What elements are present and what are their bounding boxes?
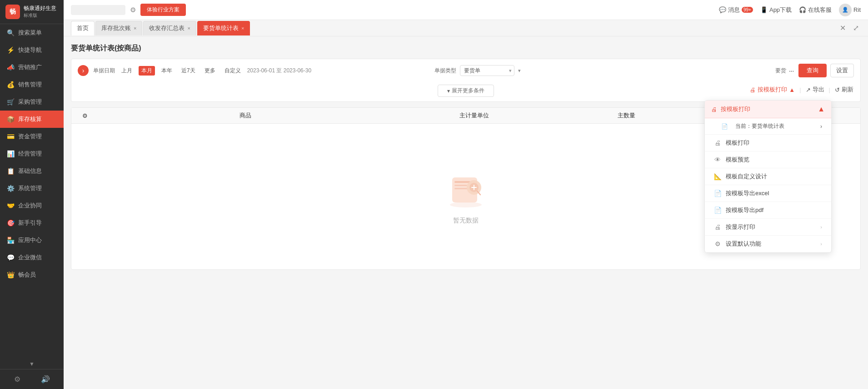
display-print-icon: 🖨 — [714, 223, 721, 231]
export-icon: ↗ — [806, 86, 811, 93]
topbar-right: 💬 消息 99+ 📱 App下载 🎧 在线客服 👤 Rit — [719, 4, 861, 16]
expand-more-button[interactable]: ▾ 展开更多条件 — [438, 85, 494, 97]
dropdown-item-default-settings[interactable]: ⚙ 设置默认功能 › — [705, 236, 831, 253]
filter-section-type: 单据类型 要货单 ▾ — [434, 65, 771, 76]
tab-expand-button[interactable]: ⤢ — [851, 23, 861, 33]
sidebar-nav: 🔍 搜索菜单 ⚡ 快捷导航 📣 营销推广 💰 销售管理 🛒 采购管理 📦 库存核… — [0, 24, 64, 359]
printer-icon-header: 🖨 — [711, 106, 717, 113]
sidebar-item-guide[interactable]: 🎯 新手引导 — [0, 214, 64, 232]
purchase-icon: 🛒 — [6, 98, 15, 106]
dropdown-current-item[interactable]: 📄 当前：要货单统计表 › — [705, 118, 831, 135]
sidebar-item-search[interactable]: 🔍 搜索菜单 — [0, 24, 64, 41]
date-btn-custom[interactable]: 自定义 — [222, 66, 244, 76]
svg-point-0 — [450, 202, 482, 207]
svg-rect-2 — [454, 181, 470, 183]
tab-order[interactable]: 要货单统计表 × — [197, 21, 250, 35]
dropdown-item-display-print[interactable]: 🖨 按显示打印 › — [705, 219, 831, 236]
sidebar-item-operation[interactable]: 📊 经营管理 — [0, 145, 64, 162]
template-custom-icon: 📐 — [714, 173, 721, 180]
print-template-button[interactable]: 🖨 按模板打印 ▲ — [750, 86, 795, 94]
inventory-icon: 📦 — [6, 116, 15, 123]
user-avatar-item[interactable]: 👤 Rit — [839, 4, 861, 16]
expand-more-icon: ▾ — [447, 88, 450, 94]
sidebar-item-inventory[interactable]: 📦 库存核算 — [0, 111, 64, 128]
sidebar-item-shortcut[interactable]: ⚡ 快捷导航 — [0, 41, 64, 59]
sidebar-item-sales[interactable]: 💰 销售管理 — [0, 76, 64, 93]
filter-dots: ··· — [789, 67, 794, 74]
print-dropdown-close-button[interactable]: ▲ — [818, 105, 825, 113]
template-print-icon: 🖨 — [714, 139, 721, 147]
dropdown-item-template-excel[interactable]: 📄 按模板导出excel — [705, 185, 831, 202]
shortcut-icon: ⚡ — [6, 46, 15, 54]
sound-bottom-button[interactable]: 🔊 — [39, 373, 52, 385]
chevron-up-icon: ▲ — [789, 86, 795, 93]
dropdown-item-template-preview[interactable]: 👁 模板预览 — [705, 152, 831, 168]
tab-collect-close[interactable]: × — [187, 25, 190, 31]
collab-icon: 🤝 — [6, 202, 15, 209]
sidebar-item-marketing[interactable]: 📣 营销推广 — [0, 59, 64, 76]
date-btn-more[interactable]: 更多 — [202, 66, 218, 76]
date-btn-last-month[interactable]: 上月 — [119, 66, 135, 76]
topbar-search-input[interactable] — [71, 5, 125, 15]
col-unit: 主计量单位 — [398, 111, 550, 120]
sidebar-item-collab[interactable]: 🤝 企业协同 — [0, 197, 64, 214]
wechat-icon: 💬 — [6, 254, 15, 261]
print-dropdown-title: 🖨 按模板打印 — [711, 105, 750, 113]
date-btn-this-month[interactable]: 本月 — [139, 66, 155, 76]
page-body: 要货单统计表(按商品) 🖨 按模板打印 ▲ | ↗ 导出 | ↺ 刷新 › — [64, 36, 868, 389]
empty-state: 暂无数据 — [425, 150, 507, 243]
topbar-left: ⚙ 体验行业方案 — [71, 4, 186, 16]
sidebar-item-wechat[interactable]: 💬 企业微信 — [0, 249, 64, 266]
tab-order-close[interactable]: × — [241, 25, 244, 31]
settings-bottom-button[interactable]: ⚙ — [12, 373, 22, 385]
page-title: 要货单统计表(按商品) — [71, 44, 861, 53]
empty-illustration — [443, 168, 489, 209]
appstore-icon: 🏪 — [6, 237, 15, 244]
scroll-down-button[interactable]: ▼ — [29, 361, 35, 367]
tab-close-button[interactable]: ✕ — [838, 23, 848, 33]
dropdown-item-template-pdf[interactable]: 📄 按模板导出pdf — [705, 202, 831, 219]
main-content: ⚙ 体验行业方案 💬 消息 99+ 📱 App下载 🎧 在线客服 👤 Rit — [64, 0, 868, 389]
app-download-item[interactable]: 📱 App下载 — [760, 6, 792, 14]
date-btn-7days[interactable]: 近7天 — [179, 66, 198, 76]
dropdown-item-template-print[interactable]: 🖨 模板打印 — [705, 135, 831, 152]
filter-section-date: 单据日期 上月 本月 本年 近7天 更多 自定义 2023-06-01 至 20… — [93, 66, 430, 76]
tab-collect[interactable]: 收发存汇总表 × — [143, 21, 196, 35]
refresh-button[interactable]: ↺ 刷新 — [835, 86, 853, 94]
tab-batch-close[interactable]: × — [134, 25, 136, 31]
sidebar-item-basic[interactable]: 📋 基础信息 — [0, 162, 64, 180]
gear-icon[interactable]: ⚙ — [130, 6, 136, 14]
sidebar-item-appstore[interactable]: 🏪 应用中心 — [0, 232, 64, 249]
online-service-item[interactable]: 🎧 在线客服 — [799, 6, 832, 14]
settings-button[interactable]: 设置 — [830, 64, 854, 77]
sidebar-item-system[interactable]: ⚙️ 系统管理 — [0, 180, 64, 197]
guide-icon: 🎯 — [6, 219, 15, 227]
export-button[interactable]: ↗ 导出 — [806, 86, 824, 94]
service-icon: 🎧 — [799, 6, 806, 13]
bell-icon: 💬 — [719, 6, 726, 13]
dropdown-item-template-custom[interactable]: 📐 模板自定义设计 — [705, 168, 831, 185]
trial-button[interactable]: 体验行业方案 — [140, 4, 186, 16]
date-btn-this-year[interactable]: 本年 — [159, 66, 175, 76]
filter-expand-toggle[interactable]: › — [78, 65, 89, 76]
app-tag: 标准版 — [24, 12, 56, 19]
display-print-chevron: › — [820, 224, 822, 230]
app-icon: 📱 — [760, 6, 768, 13]
sidebar-item-purchase[interactable]: 🛒 采购管理 — [0, 93, 64, 111]
default-settings-left: ⚙ 设置默认功能 — [714, 240, 761, 248]
sidebar-item-member[interactable]: 👑 畅会员 — [0, 266, 64, 283]
member-icon: 👑 — [6, 271, 15, 278]
sidebar-item-finance[interactable]: 💳 资金管理 — [0, 128, 64, 145]
query-button[interactable]: 查询 — [798, 64, 827, 77]
tab-batch[interactable]: 库存批次账 × — [95, 21, 142, 35]
order-type-select[interactable]: 要货单 — [460, 65, 514, 76]
sidebar-scroll-down[interactable]: ▼ — [0, 359, 64, 369]
print-dropdown-header: 🖨 按模板打印 ▲ — [705, 101, 831, 118]
tab-home[interactable]: 首页 — [71, 21, 95, 35]
order-type-select-wrapper: 要货单 — [460, 65, 514, 76]
template-excel-icon: 📄 — [714, 190, 721, 197]
topbar: ⚙ 体验行业方案 💬 消息 99+ 📱 App下载 🎧 在线客服 👤 Rit — [64, 0, 868, 20]
empty-text: 暂无数据 — [453, 217, 479, 225]
col-settings[interactable]: ⚙ — [77, 112, 93, 119]
notifications-item[interactable]: 💬 消息 99+ — [719, 6, 753, 14]
